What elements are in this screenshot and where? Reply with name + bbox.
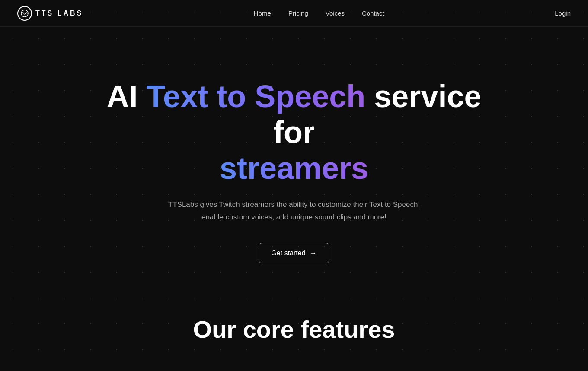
nav-links: Home Pricing Voices Contact	[254, 10, 384, 17]
cta-label: Get started	[271, 249, 305, 257]
hero-title-gradient1: Text to Speech	[146, 79, 365, 114]
nav-link-contact[interactable]: Contact	[362, 10, 384, 17]
hero-subtitle: TTSLabs gives Twitch streamers the abili…	[164, 199, 424, 224]
nav-link-pricing[interactable]: Pricing	[288, 10, 308, 17]
brand-name: TTS LABS	[35, 10, 83, 17]
get-started-button[interactable]: Get started →	[259, 243, 329, 263]
nav-item-pricing[interactable]: Pricing	[288, 10, 308, 17]
hero-title-plain1: AI	[106, 79, 146, 114]
navbar: TTS LABS Home Pricing Voices Contact Log…	[0, 0, 588, 27]
logo-svg	[20, 9, 29, 18]
core-features-title: Our core features	[17, 315, 571, 343]
nav-link-voices[interactable]: Voices	[326, 10, 345, 17]
hero-section: AI Text to Speech service for streamers …	[0, 27, 588, 298]
brand-logo[interactable]: TTS LABS	[17, 6, 83, 21]
login-link[interactable]: Login	[555, 10, 571, 17]
hero-title-gradient2: streamers	[220, 151, 368, 185]
nav-item-voices[interactable]: Voices	[326, 10, 345, 17]
nav-item-home[interactable]: Home	[254, 10, 271, 17]
cta-arrow-icon: →	[310, 249, 317, 257]
hero-title: AI Text to Speech service for streamers	[99, 79, 489, 186]
logo-icon	[17, 6, 32, 21]
core-features-section: Our core features	[0, 298, 588, 343]
nav-link-home[interactable]: Home	[254, 10, 271, 17]
nav-item-contact[interactable]: Contact	[362, 10, 384, 17]
